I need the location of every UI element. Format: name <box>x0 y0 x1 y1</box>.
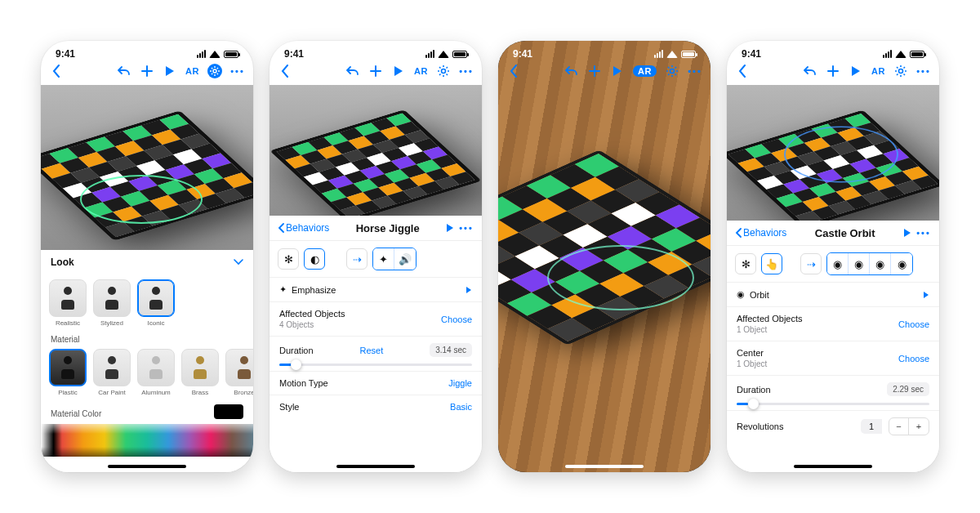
more-icon[interactable]: ••• <box>459 221 474 235</box>
phone-screenshot-4: 9:41 AR ••• Behaviors Castle Orbit ••• ✻… <box>727 41 939 472</box>
duration-value[interactable]: 2.29 sec <box>887 382 929 396</box>
link-icon[interactable]: ⇢ <box>800 253 822 274</box>
play-icon[interactable] <box>849 64 863 78</box>
more-icon[interactable]: ••• <box>916 225 931 240</box>
trigger-start-icon[interactable]: ✻ <box>278 248 299 270</box>
stepper-plus[interactable]: + <box>909 418 929 435</box>
style-row[interactable]: Style Basic <box>270 395 482 418</box>
status-time: 9:41 <box>513 48 532 60</box>
link-icon[interactable]: ⇢ <box>346 248 368 270</box>
back-icon[interactable] <box>735 64 750 78</box>
undo-icon[interactable] <box>564 64 579 78</box>
play-icon[interactable] <box>391 64 406 78</box>
ar-button[interactable]: AR <box>185 66 199 76</box>
action-orbit-icon[interactable]: ◉ <box>891 253 912 274</box>
add-icon[interactable] <box>140 64 154 78</box>
trigger-action-row: ✻ ◐ ⇢ ✦ 🔊 <box>270 241 482 277</box>
back-icon[interactable] <box>278 64 292 78</box>
behaviors-back[interactable]: Behaviors <box>735 227 786 239</box>
duration-row: Duration Reset 3.14 sec <box>270 336 482 364</box>
add-icon[interactable] <box>826 64 840 78</box>
home-indicator <box>565 465 644 468</box>
play-icon[interactable] <box>610 64 625 78</box>
duration-slider[interactable] <box>279 364 472 366</box>
orbit-icon: ◉ <box>737 289 745 300</box>
play-icon[interactable] <box>163 64 177 78</box>
duration-value[interactable]: 3.14 sec <box>430 343 472 357</box>
action-orbit-icon[interactable]: ◉ <box>849 253 870 274</box>
action-emphasize-icon[interactable]: ✦ <box>373 248 394 270</box>
toolbar: AR ••• <box>727 60 939 85</box>
play-behavior-icon[interactable] <box>446 223 454 233</box>
duration-row: Duration 2.29 sec <box>727 375 939 403</box>
toolbar: AR ••• <box>498 60 710 85</box>
3d-viewport[interactable] <box>41 85 253 250</box>
action-sound-icon[interactable]: 🔊 <box>394 248 416 270</box>
stepper-minus[interactable]: − <box>889 418 909 435</box>
reset-button[interactable]: Reset <box>360 346 384 355</box>
ar-button[interactable]: AR <box>871 66 885 76</box>
add-icon[interactable] <box>587 64 602 78</box>
color-picker-strip[interactable] <box>41 424 253 457</box>
gear-icon[interactable] <box>207 64 222 78</box>
look-style-stylized[interactable]: Stylized <box>93 279 131 327</box>
back-icon[interactable] <box>506 64 521 78</box>
svg-point-1 <box>442 69 446 74</box>
material-bronze[interactable]: Bronze <box>225 349 253 396</box>
gear-icon[interactable] <box>665 64 679 78</box>
status-time: 9:41 <box>56 48 75 60</box>
play-behavior-icon[interactable] <box>903 228 911 238</box>
gear-icon[interactable] <box>893 64 908 78</box>
behaviors-back[interactable]: Behaviors <box>278 222 329 234</box>
revolutions-stepper[interactable]: 1 −+ <box>861 417 929 435</box>
3d-viewport[interactable] <box>727 85 939 221</box>
undo-icon[interactable] <box>117 64 131 78</box>
material-aluminum[interactable]: Aluminum <box>137 349 175 396</box>
affected-objects-row[interactable]: Affected Objects1 Object Choose <box>727 306 939 341</box>
undo-icon[interactable] <box>345 64 360 78</box>
behavior-title: Horse Jiggle <box>334 222 441 234</box>
back-icon[interactable] <box>49 64 64 78</box>
action-orbit-icon[interactable]: ◉ <box>870 253 891 274</box>
trigger-tap-icon[interactable]: ◐ <box>304 248 325 270</box>
material-plastic[interactable]: Plastic <box>49 349 87 396</box>
3d-viewport[interactable] <box>270 85 482 216</box>
material-color-swatch[interactable] <box>214 404 243 419</box>
emphasize-icon: ✦ <box>279 284 287 295</box>
duration-slider[interactable] <box>737 403 929 405</box>
status-bar: 9:41 <box>41 41 253 60</box>
action-orbit-icon[interactable]: ◉ <box>827 253 849 274</box>
more-icon[interactable]: ••• <box>688 64 702 78</box>
action-row[interactable]: ◉Orbit <box>727 282 939 306</box>
more-icon[interactable]: ••• <box>459 64 474 78</box>
trigger-action-row: ✻ 👆 ⇢ ◉ ◉ ◉ ◉ <box>727 246 939 282</box>
material-color-label: Material Color <box>41 406 111 418</box>
affected-objects-row[interactable]: Affected Objects4 Objects Choose <box>270 301 482 336</box>
look-style-row: Realistic Stylized Iconic <box>41 274 253 332</box>
ar-button-active[interactable]: AR <box>633 65 657 77</box>
center-row[interactable]: Center1 Object Choose <box>727 341 939 375</box>
play-action-icon[interactable] <box>923 291 929 299</box>
undo-icon[interactable] <box>803 64 817 78</box>
chevron-down-icon[interactable] <box>234 259 243 265</box>
trigger-tap-icon[interactable]: 👆 <box>761 253 782 274</box>
material-row: Plastic Car Paint Aluminum Brass Bronze … <box>41 344 253 401</box>
more-icon[interactable]: ••• <box>230 64 245 78</box>
gear-icon[interactable] <box>436 64 451 78</box>
behavior-panel: Behaviors Horse Jiggle ••• ✻ ◐ ⇢ ✦ 🔊 ✦Em… <box>270 216 482 472</box>
play-action-icon[interactable] <box>466 286 472 294</box>
ar-button[interactable]: AR <box>414 66 428 76</box>
material-brass[interactable]: Brass <box>181 349 219 396</box>
add-icon[interactable] <box>368 64 383 78</box>
trigger-start-icon[interactable]: ✻ <box>735 253 756 274</box>
more-icon[interactable]: ••• <box>916 64 931 78</box>
status-bar: 9:41 <box>498 41 710 60</box>
action-row[interactable]: ✦Emphasize <box>270 277 482 301</box>
ar-viewport[interactable] <box>498 41 710 472</box>
home-indicator <box>336 465 415 468</box>
motion-type-row[interactable]: Motion Type Jiggle <box>270 371 482 395</box>
look-style-realistic[interactable]: Realistic <box>49 279 87 327</box>
look-style-iconic[interactable]: Iconic <box>137 279 175 327</box>
material-label: Material <box>41 332 253 344</box>
material-carpaint[interactable]: Car Paint <box>93 349 131 396</box>
